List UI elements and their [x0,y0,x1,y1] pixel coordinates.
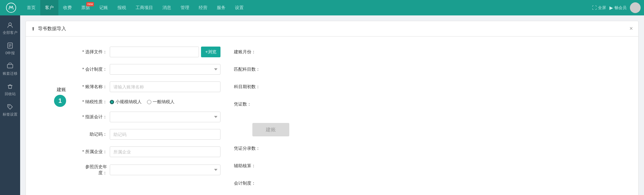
radio-small-scale-input[interactable] [110,100,114,104]
sidebar-label-zero-declare: 0申报 [5,51,15,56]
recycle-icon [6,83,14,90]
top-nav: 首页 客户 收费 票据 new 记账 报税 工商项目 消息 管理 经营 服务 设… [0,0,644,15]
svg-point-2 [633,9,638,11]
step-circle: 1 [54,95,66,107]
new-badge: new [86,2,94,6]
aux-accounting-label: 辅助核算： [234,163,267,169]
ledger-name-label: * 账簿名称： [80,84,110,90]
import-icon: ⬆ [31,26,35,31]
accounting-system-select[interactable] [110,64,220,75]
svg-point-1 [634,5,637,8]
info-subject-initial: 科目期初数： [234,81,308,92]
file-row: * 选择文件： +浏览 [80,47,220,57]
nav-item-operations[interactable]: 经营 [194,0,212,15]
accountant-row: * 指派会计： [80,112,220,122]
accounting-system-row: * 会计制度： [80,64,220,75]
nav-item-settings[interactable]: 设置 [230,0,248,15]
form-section: * 选择文件： +浏览 * 会计制度： [80,47,220,195]
memo-code-row: 助记码： [80,129,220,140]
nav-item-clients[interactable]: 客户 [40,0,58,15]
ledger-name-row: * 账簿名称： [80,81,220,92]
nav-item-service[interactable]: 服务 [212,0,230,15]
tag-icon [6,103,14,111]
nav-right: ⛶ 全屏 ▶ 畅会员 [592,2,641,13]
company-row: * 所属企业： [80,146,220,157]
ledger-name-input[interactable] [110,81,220,92]
sidebar-item-migrate[interactable]: 账套迁移 [1,60,19,79]
ref-year-label: 参照历史年度： [80,164,110,176]
radio-small-scale[interactable]: 小规模纳税人 [110,99,142,105]
info-voucher-entries: 凭证分录数： [234,143,308,154]
nav-item-bookkeeping[interactable]: 记账 [95,0,113,15]
sidebar-item-zero-declare[interactable]: 0申报 [1,39,19,58]
radio-general-label: 一般纳税人 [153,99,175,105]
tax-type-label: * 纳税性质： [80,99,110,105]
ref-year-select[interactable] [110,165,220,175]
nav-item-tax[interactable]: 报税 [113,0,131,15]
info-accounting-system-label: 会计制度： [234,180,267,186]
nav-item-message[interactable]: 消息 [158,0,176,15]
sidebar-label-all-clients: 全部客户 [3,30,17,35]
voucher-label: 凭证数： [234,101,267,107]
app-body: 全部客户 0申报 账套迁移 [0,15,644,195]
sidebar-item-tags[interactable]: 标签设置 [1,101,19,120]
nav-items: 首页 客户 收费 票据 new 记账 报税 工商项目 消息 管理 经营 服务 设… [22,0,592,15]
build-account-button[interactable]: 建账 [252,123,289,136]
browse-button[interactable]: +浏览 [201,47,220,57]
step-label: 建账 [57,87,66,93]
avatar[interactable] [630,2,641,13]
memo-code-input[interactable] [110,129,220,140]
accounting-system-label: * 会计制度： [80,66,110,72]
nav-item-billing[interactable]: 收费 [58,0,77,15]
radio-group: 小规模纳税人 一般纳税人 [110,99,220,105]
svg-point-3 [9,23,11,25]
svg-rect-8 [7,64,13,68]
sidebar-item-all-clients[interactable]: 全部客户 [1,19,19,38]
dialog-body: 建账 1 * 选择文件： +浏览 * 会计制度： [26,37,638,195]
close-button[interactable]: × [629,25,633,32]
subject-initial-label: 科目期初数： [234,84,267,90]
radio-general-input[interactable] [147,100,151,104]
company-label: * 所属企业： [80,149,110,155]
accountant-select[interactable] [110,112,220,122]
sidebar-label-tags: 标签设置 [3,112,17,117]
migrate-icon [6,62,14,70]
info-section: 建账月份： 匹配科目数： 科目期初数： 凭证数： [234,47,308,195]
sidebar-label-migrate: 账套迁移 [3,71,17,76]
dialog-card: ⬆ 导爷数据导入 × 建账 1 * 选择文件： [26,21,639,195]
declare-icon [6,42,14,49]
voucher-entries-label: 凭证分录数： [234,145,267,151]
person-icon [6,21,14,29]
info-build-month: 建账月份： [234,47,308,57]
step-section: 建账 1 [39,47,66,195]
accountant-label: * 指派会计： [80,114,110,120]
info-match-subject: 匹配科目数： [234,64,308,75]
dialog-title: 导爷数据导入 [38,26,66,32]
sidebar: 全部客户 0申报 账套迁移 [0,15,20,195]
file-input[interactable] [110,47,199,57]
dialog-header: ⬆ 导爷数据导入 × [26,21,638,37]
main-content: ⬆ 导爷数据导入 × 建账 1 * 选择文件： [20,15,644,195]
tax-type-row: * 纳税性质： 小规模纳税人 一般纳税人 [80,99,220,105]
fullscreen-button[interactable]: ⛶ 全屏 [592,5,606,11]
build-btn-wrapper: 建账 [234,116,308,136]
nav-item-business[interactable]: 工商项目 [131,0,158,15]
memo-code-label: 助记码： [80,131,110,137]
company-input[interactable] [110,146,220,157]
logo [3,0,19,15]
ref-year-row: 参照历史年度： [80,164,220,176]
build-month-label: 建账月份： [234,49,267,55]
nav-item-invoice[interactable]: 票据 new [77,0,95,15]
svg-point-9 [9,106,10,107]
sidebar-item-recycle[interactable]: 回收站 [1,80,19,99]
match-subject-label: 匹配科目数： [234,66,267,72]
radio-general[interactable]: 一般纳税人 [147,99,175,105]
info-aux-accounting: 辅助核算： [234,160,308,171]
nav-item-home[interactable]: 首页 [22,0,40,15]
radio-small-scale-label: 小规模纳税人 [115,99,142,105]
member-button[interactable]: ▶ 畅会员 [609,5,627,11]
info-voucher: 凭证数： [234,99,308,110]
nav-item-manage[interactable]: 管理 [176,0,194,15]
info-accounting-system: 会计制度： [234,178,308,189]
file-label: * 选择文件： [80,49,110,55]
